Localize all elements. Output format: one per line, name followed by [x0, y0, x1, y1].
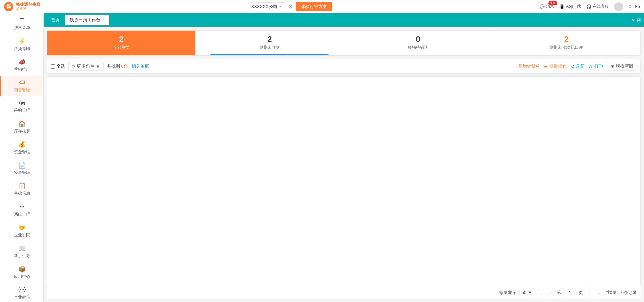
page-size-select[interactable]: 50 ▼ [519, 289, 534, 296]
sidebar-item-inventory[interactable]: 🏠 库存核算 [0, 117, 43, 137]
sidebar-label-search: 搜索菜单 [14, 25, 30, 31]
print-btn[interactable]: 🖨 打印 [589, 63, 603, 69]
refresh-label: 刷新 [576, 63, 585, 69]
add-btn[interactable]: + 新增销货单 [515, 63, 540, 69]
page-size-label: 每页显示 [499, 290, 517, 296]
sidebar-label-purchase: 采购管理 [14, 108, 30, 113]
first-page-btn[interactable]: « [537, 289, 544, 296]
refresh-btn[interactable]: ↺ 刷新 [571, 63, 585, 69]
prev-page-btn[interactable]: < [547, 289, 554, 296]
company-selector[interactable]: XXXXXX公司 ▼ [248, 2, 286, 11]
next-page-btn[interactable]: > [586, 289, 593, 296]
last-page-btn[interactable]: » [596, 289, 603, 296]
inventory-icon: 🏠 [18, 120, 26, 127]
total-text: 共0页，0条记录 [606, 290, 637, 296]
message-btn[interactable]: 💬 消息 99+ [540, 4, 554, 9]
guide-icon: 📖 [18, 245, 26, 252]
tab-active-label: 钱货日清工作台 [70, 17, 100, 23]
brand-name: 畅捷通好生意 [16, 2, 40, 7]
settings-icon[interactable]: ⚙ [288, 3, 293, 10]
sidebar: ☰ 搜索菜单 ⚡ 快捷导航 📣 营销推广 🏷 销售管理 🛍 采购管理 🏠 库存核… [0, 13, 44, 302]
app-center-icon: 📦 [18, 265, 26, 273]
company-name: XXXXXX公司 [251, 4, 277, 10]
card-all[interactable]: 2 全部单据 [47, 31, 196, 55]
select-all-checkbox[interactable] [51, 64, 55, 69]
operations-icon: 📄 [18, 162, 26, 169]
card-wangpu-value: 0 [416, 35, 420, 44]
app-download-btn[interactable]: 📱 App下载 [559, 4, 581, 9]
sidebar-item-guide[interactable]: 📖 新手引导 [0, 241, 43, 262]
avatar[interactable] [614, 2, 623, 11]
card-overdue-value: 2 [267, 35, 272, 44]
card-overdue[interactable]: 2 到期未收款 [196, 31, 344, 55]
tab-home[interactable]: 首页 [46, 15, 64, 25]
card-overdue-shipped[interactable]: 2 到期未收款 已出库 [492, 31, 640, 55]
found-count: 0条 [121, 64, 128, 69]
content-area: 首页 钱货日清工作台 × × ⊞ 2 全部单据 2 到期未收款 [44, 13, 644, 302]
card-wangpu[interactable]: 0 旺铺待确认 [344, 31, 492, 55]
sidebar-item-marketing[interactable]: 📣 营销推广 [0, 55, 43, 76]
found-text: 共找到 0条 [107, 63, 128, 69]
tab-home-label: 首页 [51, 17, 60, 23]
card-all-value: 2 [119, 35, 123, 44]
brand-text: 畅捷通好生意 标准版 [16, 2, 40, 11]
tabs-bar-right: × ⊞ [631, 17, 641, 23]
tab-close-icon[interactable]: × [102, 18, 105, 22]
tab-active[interactable]: 钱货日清工作台 × [65, 15, 109, 25]
sidebar-item-basic-info[interactable]: 📋 基础信息 [0, 179, 43, 200]
tabs-bar: 首页 钱货日清工作台 × × ⊞ [44, 13, 644, 27]
page-size-arrow: ▼ [528, 290, 532, 295]
page-input[interactable] [564, 289, 576, 296]
card-overdue-shipped-value: 2 [564, 35, 569, 44]
page-label: 第 [557, 290, 561, 296]
batch-label: 批量操作 [549, 63, 567, 69]
pagination: 每页显示 50 ▼ « < 第 页 > » 共0页，0条记录 [47, 286, 641, 299]
sidebar-item-operations[interactable]: 📄 经营管理 [0, 158, 43, 179]
sidebar-item-sales[interactable]: 🏷 销售管理 [0, 76, 43, 96]
summary-cards: 2 全部单据 2 到期未收款 0 旺铺待确认 2 到期未收款 已出库 [47, 30, 641, 56]
topbar-left: 畅 畅捷通好生意 标准版 [4, 2, 40, 11]
batch-btn[interactable]: ☰ 批量操作 [544, 63, 567, 69]
sidebar-item-system[interactable]: ⚙ 系统管理 [0, 200, 43, 221]
sidebar-item-app-center[interactable]: 📦 应用中心 [0, 262, 43, 283]
print-icon: 🖨 [589, 64, 593, 69]
toolbar-right: + 新增销货单 ☰ 批量操作 ↺ 刷新 🖨 打印 ⊞ [515, 62, 637, 71]
toolbar-left: 全选 ▽ 更多条件 ▼ 共找到 0条 相关单据 [51, 62, 511, 71]
brand-sub: 标准版 [16, 7, 40, 11]
switch-label: 切换新版 [616, 63, 633, 69]
chevron-down-icon: ▼ [279, 5, 282, 8]
sidebar-label-basic: 基础信息 [14, 191, 30, 196]
switch-icon: ⊞ [611, 64, 614, 69]
sidebar-item-wechat[interactable]: 💬 企业微信 [0, 283, 43, 302]
sidebar-item-cooperation[interactable]: 🤝 企业协同 [0, 221, 43, 241]
sidebar-label-quick: 快捷导航 [14, 46, 30, 52]
purchase-icon: 🛍 [19, 100, 25, 107]
sidebar-item-search-menu[interactable]: ☰ 搜索菜单 [0, 13, 43, 34]
marketing-icon: 📣 [18, 58, 26, 66]
app-icon: 📱 [559, 4, 565, 9]
page-end-label: 页 [579, 290, 583, 296]
sidebar-label-wechat: 企业微信 [14, 295, 30, 300]
filter-btn[interactable]: ▽ 更多条件 ▼ [68, 62, 104, 71]
sidebar-label-sales: 销售管理 [14, 87, 30, 93]
message-badge: 99+ [548, 1, 557, 5]
select-all-container: 全选 [51, 63, 65, 69]
switch-btn[interactable]: ⊞ 切换新版 [607, 62, 637, 71]
minimize-icon[interactable]: × [631, 17, 634, 23]
industry-btn[interactable]: 体验行业方案 [296, 2, 332, 11]
basic-info-icon: 📋 [18, 182, 26, 190]
related-btn[interactable]: 相关单据 [131, 63, 149, 69]
brand-logo: 畅 [4, 2, 13, 11]
sidebar-item-quick-nav[interactable]: ⚡ 快捷导航 [0, 34, 43, 55]
maximize-icon[interactable]: ⊞ [637, 17, 641, 23]
page-content: 2 全部单据 2 到期未收款 0 旺铺待确认 2 到期未收款 已出库 [44, 27, 644, 302]
sidebar-item-finance[interactable]: 💰 资金管理 [0, 137, 43, 158]
online-service-btn[interactable]: 🎧 在线客服 [586, 4, 609, 9]
select-all-label: 全选 [56, 63, 65, 69]
service-icon: 🎧 [586, 4, 591, 9]
refresh-icon: ↺ [571, 64, 575, 69]
card-all-label: 全部单据 [113, 45, 129, 50]
sidebar-item-purchase[interactable]: 🛍 采购管理 [0, 96, 43, 117]
toolbar: 全选 ▽ 更多条件 ▼ 共找到 0条 相关单据 + 新增销货单 [47, 59, 641, 74]
message-icon: 💬 [540, 4, 545, 9]
